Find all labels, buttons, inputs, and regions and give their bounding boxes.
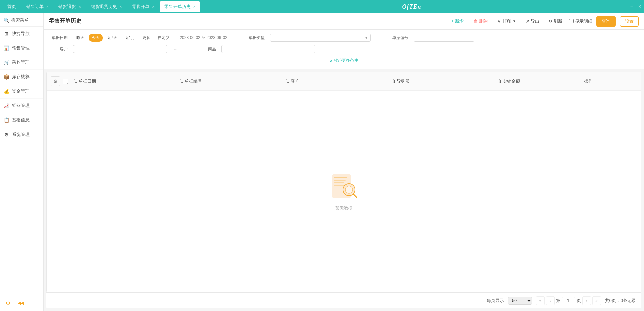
sidebar-label-sys-mgmt: 系统管理 (12, 132, 30, 138)
show-detail-label: 显示明细 (575, 18, 592, 24)
pagination-bar: 每页显示 50 20 100 200 « ‹ 第 页 › » 共0页，0条记录 (46, 292, 641, 308)
empty-icon (327, 171, 361, 201)
date-btns: 昨天今天近7天近1月更多自定义 (73, 34, 173, 42)
delete-icon: 🗑 (473, 19, 478, 24)
sidebar-search-label: 搜索采单 (11, 17, 29, 23)
sidebar-icon-inventory: 📦 (3, 74, 9, 80)
customer-label: 客户 (49, 46, 68, 52)
export-button[interactable]: ↗ 导出 (523, 17, 542, 26)
minimize-btn[interactable]: － (629, 3, 634, 10)
filter-area: 单据日期 昨天今天近7天近1月更多自定义 2023-06-02 至 2023-0… (44, 30, 644, 69)
settings-button[interactable]: 设置 (620, 16, 639, 27)
sidebar-item-basic-info[interactable]: 📋 基础信息 (0, 113, 43, 127)
col-header-no[interactable]: ⇅ 单据编号 (177, 75, 283, 88)
sidebar-search[interactable]: 🔍 搜索采单 (0, 13, 43, 27)
sidebar-item-inventory[interactable]: 📦 库存核算 (0, 70, 43, 84)
col-header-salesperson[interactable]: ⇅ 导购员 (389, 75, 495, 88)
date-btn-近1月[interactable]: 近1月 (122, 34, 138, 42)
sidebar-bottom: ⚙ ◀◀ (0, 295, 43, 311)
tab-close-retail-open-history[interactable]: × (193, 5, 195, 9)
sidebar-settings-btn[interactable]: ⚙ (3, 298, 13, 308)
delete-button[interactable]: 🗑 删除 (470, 17, 490, 26)
empty-text: 暂无数据 (335, 205, 353, 211)
tab-label-retail-open-history: 零售开单历史 (164, 4, 191, 10)
col-label-salesperson: ⇅ 导购员 (392, 78, 410, 84)
svg-rect-1 (334, 177, 347, 178)
page-number-input[interactable] (562, 297, 575, 304)
query-button[interactable]: 查询 (596, 16, 616, 27)
tab-sales-return[interactable]: 销货退货× (54, 1, 85, 12)
prev-page-btn[interactable]: ‹ (546, 296, 555, 305)
doc-no-label: 单据编号 (390, 35, 408, 41)
col-settings-btn[interactable]: ⚙ (51, 76, 60, 86)
sidebar-label-inventory: 库存核算 (12, 74, 30, 80)
date-btn-近7天[interactable]: 近7天 (104, 34, 120, 42)
new-button[interactable]: + 新增 (449, 17, 467, 26)
sidebar-label-basic-info: 基础信息 (12, 117, 30, 123)
page-actions: + 新增 🗑 删除 🖨 打印 ▼ ↗ 导出 ↺ 刷新 (449, 16, 639, 27)
sidebar-icon-purchase-mgmt: 🛒 (3, 59, 9, 65)
next-page-btn[interactable]: › (582, 296, 591, 305)
export-label: 导出 (531, 18, 539, 24)
col-header-date[interactable]: ⇅ 单据日期 (71, 75, 177, 88)
tab-retail-open[interactable]: 零售开单× (127, 1, 159, 12)
first-page-btn[interactable]: « (536, 296, 545, 305)
collapse-icon: ∧ (330, 58, 333, 63)
doc-no-input[interactable] (414, 34, 474, 42)
sidebar-item-finance[interactable]: 💰 资金管理 (0, 84, 43, 99)
goods-input[interactable] (221, 45, 315, 53)
show-detail-input[interactable] (569, 19, 574, 23)
date-btn-自定义[interactable]: 自定义 (155, 34, 173, 42)
date-btn-更多[interactable]: 更多 (139, 34, 153, 42)
col-label-no: ⇅ 单据编号 (180, 78, 202, 84)
tab-close-sales-return-history[interactable]: × (120, 5, 122, 9)
collapse-btn[interactable]: ∧ 收起更多条件 (49, 56, 639, 65)
tab-close-sales-order[interactable]: × (46, 5, 48, 9)
tab-sales-order[interactable]: 销售订单× (21, 1, 53, 12)
doc-type-select[interactable] (270, 34, 371, 42)
tab-sales-return-history[interactable]: 销货退货历史× (86, 1, 127, 12)
sidebar-nav: ⊞ 快捷导航 📊 销售管理 🛒 采购管理 📦 库存核算 💰 资金管理 📈 经营管… (0, 27, 43, 295)
sidebar-icon-finance: 💰 (3, 88, 9, 94)
sidebar-label-operations: 经营管理 (12, 103, 30, 109)
show-detail-checkbox[interactable]: 显示明细 (569, 18, 592, 24)
sidebar-item-quick-nav[interactable]: ⊞ 快捷导航 (0, 27, 43, 41)
page-nav: « ‹ 第 页 › » (536, 296, 601, 305)
refresh-icon: ↺ (549, 19, 552, 24)
customer-input[interactable] (73, 45, 167, 53)
tab-bar: 首页销售订单×销货退货×销货退货历史×零售开单×零售开单历史× OfTEn － … (0, 0, 644, 13)
date-btn-今天[interactable]: 今天 (89, 34, 103, 42)
close-btn[interactable]: × (638, 4, 641, 10)
col-label-date: ⇅ 单据日期 (73, 78, 96, 84)
col-header-customer[interactable]: ⇅ 客户 (283, 75, 389, 88)
sidebar-item-operations[interactable]: 📈 经营管理 (0, 99, 43, 113)
main-layout: 🔍 搜索采单 ⊞ 快捷导航 📊 销售管理 🛒 采购管理 📦 库存核算 💰 资金管… (0, 13, 644, 311)
new-label: 新增 (455, 18, 464, 24)
refresh-button[interactable]: ↺ 刷新 (546, 17, 565, 26)
sidebar-item-sys-mgmt[interactable]: ⚙ 系统管理 (0, 127, 43, 142)
tab-retail-open-history[interactable]: 零售开单历史× (160, 1, 200, 12)
sidebar-label-purchase-mgmt: 采购管理 (12, 59, 30, 65)
page-label: 页 (577, 298, 581, 304)
last-page-btn[interactable]: » (592, 296, 601, 305)
sidebar-item-purchase-mgmt[interactable]: 🛒 采购管理 (0, 55, 43, 70)
tab-close-sales-return[interactable]: × (79, 5, 81, 9)
page-size-select[interactable]: 50 20 100 200 (508, 297, 532, 305)
refresh-label: 刷新 (554, 18, 562, 24)
print-icon: 🖨 (497, 19, 501, 24)
sidebar: 🔍 搜索采单 ⊞ 快捷导航 📊 销售管理 🛒 采购管理 📦 库存核算 💰 资金管… (0, 13, 44, 311)
sidebar-label-sales-mgmt: 销售管理 (12, 45, 30, 51)
tab-close-retail-open[interactable]: × (152, 5, 154, 9)
doc-type-label: 单据类型 (246, 35, 265, 41)
sidebar-item-sales-mgmt[interactable]: 📊 销售管理 (0, 41, 43, 55)
print-button[interactable]: 🖨 打印 ▼ (494, 17, 519, 26)
tab-home[interactable]: 首页 (3, 1, 21, 12)
search-icon: 🔍 (3, 17, 9, 23)
date-btn-昨天[interactable]: 昨天 (73, 34, 87, 42)
col-header-amount[interactable]: ⇅ 实销金额 (495, 75, 581, 88)
col-header-actions: 操作 (581, 75, 637, 88)
sidebar-collapse-btn[interactable]: ◀◀ (16, 298, 26, 308)
select-all-checkbox[interactable] (63, 79, 68, 84)
page-header: 零售开单历史 + 新增 🗑 删除 🖨 打印 ▼ ↗ 导出 (44, 13, 644, 30)
sidebar-icon-operations: 📈 (3, 103, 9, 109)
